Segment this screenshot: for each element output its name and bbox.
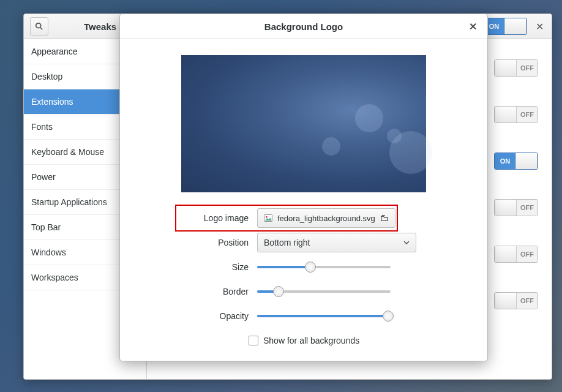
sidebar-item-label: Keyboard & Mouse bbox=[31, 147, 104, 157]
toggle-off-label: OFF bbox=[517, 200, 538, 216]
size-label: Size bbox=[163, 262, 257, 272]
window-title: Tweaks bbox=[84, 14, 116, 39]
extension-toggle[interactable]: OFF bbox=[494, 292, 538, 309]
sidebar-item-label: Power bbox=[31, 172, 56, 182]
slider-thumb[interactable] bbox=[273, 286, 284, 297]
dialog-close-button[interactable]: ✕ bbox=[464, 14, 481, 39]
opacity-row: Opacity bbox=[163, 304, 444, 328]
sidebar-item-label: Windows bbox=[31, 247, 66, 257]
open-file-icon bbox=[380, 214, 389, 222]
opacity-label: Opacity bbox=[163, 311, 257, 321]
sidebar-item-label: Appearance bbox=[31, 47, 78, 56]
svg-line-1 bbox=[40, 28, 42, 29]
svg-point-3 bbox=[266, 216, 268, 218]
svg-point-0 bbox=[36, 23, 41, 28]
dialog-body: Logo image fedora_lightbackground.svg Po… bbox=[120, 39, 487, 353]
wallpaper-preview bbox=[181, 55, 426, 192]
size-slider[interactable] bbox=[257, 262, 391, 272]
dialog-title: Background Logo bbox=[264, 21, 343, 32]
sidebar-item-label: Workspaces bbox=[31, 273, 78, 282]
position-combobox[interactable]: Bottom right bbox=[257, 233, 416, 252]
position-value: Bottom right bbox=[264, 238, 310, 247]
toggle-on-label: ON bbox=[495, 153, 515, 169]
toggle-knob bbox=[504, 18, 526, 34]
toggle-off-label: OFF bbox=[517, 246, 538, 262]
border-slider[interactable] bbox=[257, 287, 391, 296]
sidebar-item-label: Extensions bbox=[31, 97, 73, 107]
sidebar-item-label: Top Bar bbox=[31, 222, 61, 232]
slider-thumb[interactable] bbox=[383, 311, 394, 322]
position-label: Position bbox=[163, 238, 257, 247]
extension-toggle[interactable]: OFF bbox=[494, 199, 538, 216]
extension-toggle[interactable]: OFF bbox=[494, 106, 538, 123]
toggle-off-label: OFF bbox=[517, 293, 538, 309]
sidebar-item-label: Desktop bbox=[31, 72, 62, 81]
position-row: Position Bottom right bbox=[163, 230, 444, 255]
search-button[interactable] bbox=[30, 17, 48, 36]
sidebar-item-label: Startup Applications bbox=[31, 197, 107, 207]
opacity-slider[interactable] bbox=[257, 311, 391, 321]
extension-toggle[interactable]: OFF bbox=[494, 59, 538, 77]
slider-thumb[interactable] bbox=[305, 262, 316, 273]
border-label: Border bbox=[163, 287, 257, 296]
size-row: Size bbox=[163, 255, 444, 279]
background-logo-dialog: Background Logo ✕ Logo image fedora_ligh… bbox=[119, 13, 488, 361]
show-all-checkbox[interactable]: Show for all backgrounds bbox=[249, 336, 359, 345]
extension-toggle[interactable]: OFF bbox=[494, 246, 538, 263]
logo-image-label: Logo image bbox=[163, 213, 257, 223]
toggle-off-label: OFF bbox=[517, 60, 538, 76]
window-close-button[interactable]: ✕ bbox=[531, 18, 548, 35]
dialog-header: Background Logo ✕ bbox=[120, 14, 487, 39]
master-toggle[interactable]: ON OFF bbox=[483, 18, 527, 35]
toggle-off-label: OFF bbox=[517, 107, 538, 123]
search-icon bbox=[35, 22, 43, 31]
show-all-row: Show for all backgrounds bbox=[163, 328, 444, 353]
border-row: Border bbox=[163, 279, 444, 304]
checkbox-box bbox=[249, 336, 258, 345]
sidebar-item-label: Fonts bbox=[31, 122, 53, 132]
image-icon bbox=[264, 214, 272, 222]
logo-image-row: Logo image fedora_lightbackground.svg bbox=[163, 206, 444, 230]
logo-file-name: fedora_lightbackground.svg bbox=[277, 214, 375, 223]
logo-file-chooser[interactable]: fedora_lightbackground.svg bbox=[257, 208, 395, 228]
close-icon: ✕ bbox=[469, 21, 477, 32]
dialog-form: Logo image fedora_lightbackground.svg Po… bbox=[163, 206, 444, 353]
chevron-down-icon bbox=[403, 241, 410, 244]
extension-toggle[interactable]: ON bbox=[494, 153, 538, 170]
close-icon: ✕ bbox=[536, 21, 544, 32]
show-all-label: Show for all backgrounds bbox=[263, 336, 359, 345]
